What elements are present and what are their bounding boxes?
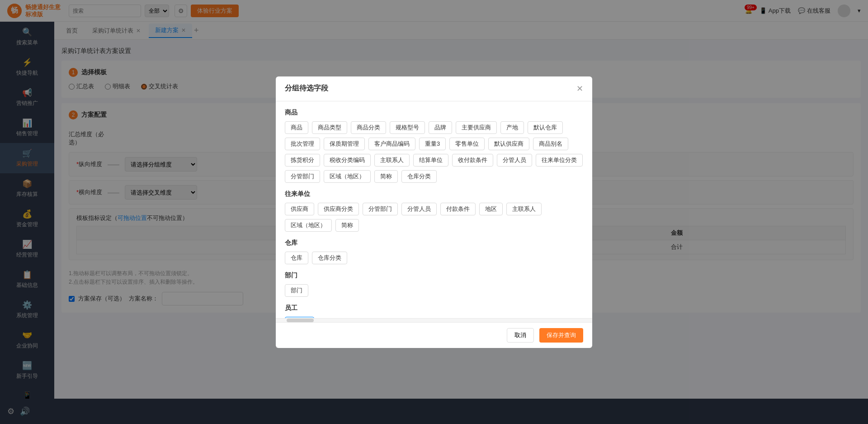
modal-header: 分组待选字段 ✕ xyxy=(276,76,592,101)
tag-product-17[interactable]: 主联系人 xyxy=(374,154,410,167)
tag-product-8[interactable]: 批次管理 xyxy=(285,138,320,150)
tag-warehouse-1[interactable]: 仓库分类 xyxy=(312,252,347,264)
modal-body[interactable]: 商品 商品 商品类型 商品分类 规格型号 品牌 主要供应商 产地 默认仓库 批次… xyxy=(276,101,592,318)
modal-title: 分组待选字段 xyxy=(285,84,328,93)
product-group-title: 商品 xyxy=(285,109,583,117)
tag-product-14[interactable]: 商品别名 xyxy=(533,138,568,150)
tag-partner-7[interactable]: 区域（地区） xyxy=(285,219,332,232)
field-group-dept: 部门 部门 xyxy=(285,272,583,297)
tag-product-24[interactable]: 简称 xyxy=(374,170,398,183)
field-group-staff: 员工 业务员 xyxy=(285,304,583,318)
tag-dept-0[interactable]: 部门 xyxy=(285,284,308,297)
tag-product-4[interactable]: 品牌 xyxy=(429,121,452,134)
tag-product-20[interactable]: 分管人员 xyxy=(497,154,532,167)
tag-product-11[interactable]: 重量3 xyxy=(419,138,446,150)
dept-group-title: 部门 xyxy=(285,272,583,280)
tag-product-12[interactable]: 零售单位 xyxy=(449,138,485,150)
tag-product-21[interactable]: 往来单位分类 xyxy=(536,154,583,167)
modal-hscrollbar[interactable] xyxy=(276,318,592,322)
tag-product-2[interactable]: 商品分类 xyxy=(351,121,386,134)
tag-product-16[interactable]: 税收分类编码 xyxy=(324,154,371,167)
tag-product-0[interactable]: 商品 xyxy=(285,121,308,134)
hscroll-thumb xyxy=(287,319,314,322)
tag-product-9[interactable]: 保质期管理 xyxy=(324,138,365,150)
tag-product-5[interactable]: 主要供应商 xyxy=(456,121,497,134)
tag-product-10[interactable]: 客户商品编码 xyxy=(368,138,415,150)
modal-overlay: 分组待选字段 ✕ 商品 商品 商品类型 商品分类 规格型号 品牌 主要供应商 产… xyxy=(0,0,868,424)
tag-partner-2[interactable]: 分管部门 xyxy=(363,203,398,215)
field-group-product: 商品 商品 商品类型 商品分类 规格型号 品牌 主要供应商 产地 默认仓库 批次… xyxy=(285,109,583,183)
tag-partner-3[interactable]: 分管人员 xyxy=(401,203,437,215)
tag-partner-1[interactable]: 供应商分类 xyxy=(318,203,359,215)
tag-warehouse-0[interactable]: 仓库 xyxy=(285,252,308,264)
tag-partner-0[interactable]: 供应商 xyxy=(285,203,314,215)
field-group-warehouse: 仓库 仓库 仓库分类 xyxy=(285,239,583,264)
partner-tags: 供应商 供应商分类 分管部门 分管人员 付款条件 地区 主联系人 区域（地区） … xyxy=(285,203,583,232)
tag-partner-6[interactable]: 主联系人 xyxy=(506,203,542,215)
modal-close-button[interactable]: ✕ xyxy=(576,84,583,94)
tag-product-18[interactable]: 结算单位 xyxy=(413,154,448,167)
tag-product-19[interactable]: 收付款条件 xyxy=(452,154,493,167)
tag-product-3[interactable]: 规格型号 xyxy=(390,121,425,134)
tag-product-1[interactable]: 商品类型 xyxy=(312,121,347,134)
modal-cancel-button[interactable]: 取消 xyxy=(507,328,534,343)
tag-partner-8[interactable]: 简称 xyxy=(335,219,359,232)
tag-product-23[interactable]: 区域（地区） xyxy=(324,170,371,183)
warehouse-group-title: 仓库 xyxy=(285,239,583,247)
partner-group-title: 往来单位 xyxy=(285,190,583,198)
field-group-partner: 往来单位 供应商 供应商分类 分管部门 分管人员 付款条件 地区 主联系人 区域… xyxy=(285,190,583,232)
tag-product-7[interactable]: 默认仓库 xyxy=(528,121,563,134)
tag-product-15[interactable]: 拣货积分 xyxy=(285,154,320,167)
tag-product-13[interactable]: 默认供应商 xyxy=(488,138,529,150)
warehouse-tags: 仓库 仓库分类 xyxy=(285,252,583,264)
tag-partner-5[interactable]: 地区 xyxy=(479,203,503,215)
dept-tags: 部门 xyxy=(285,284,583,297)
modal-save-button[interactable]: 保存并查询 xyxy=(539,328,583,343)
modal-footer: 取消 保存并查询 xyxy=(276,322,592,348)
product-tags: 商品 商品类型 商品分类 规格型号 品牌 主要供应商 产地 默认仓库 批次管理 … xyxy=(285,121,583,183)
tag-partner-4[interactable]: 付款条件 xyxy=(440,203,476,215)
tag-product-25[interactable]: 仓库分类 xyxy=(401,170,437,183)
tag-product-22[interactable]: 分管部门 xyxy=(285,170,320,183)
tag-product-6[interactable]: 产地 xyxy=(500,121,524,134)
staff-group-title: 员工 xyxy=(285,304,583,312)
modal: 分组待选字段 ✕ 商品 商品 商品类型 商品分类 规格型号 品牌 主要供应商 产… xyxy=(276,76,592,348)
